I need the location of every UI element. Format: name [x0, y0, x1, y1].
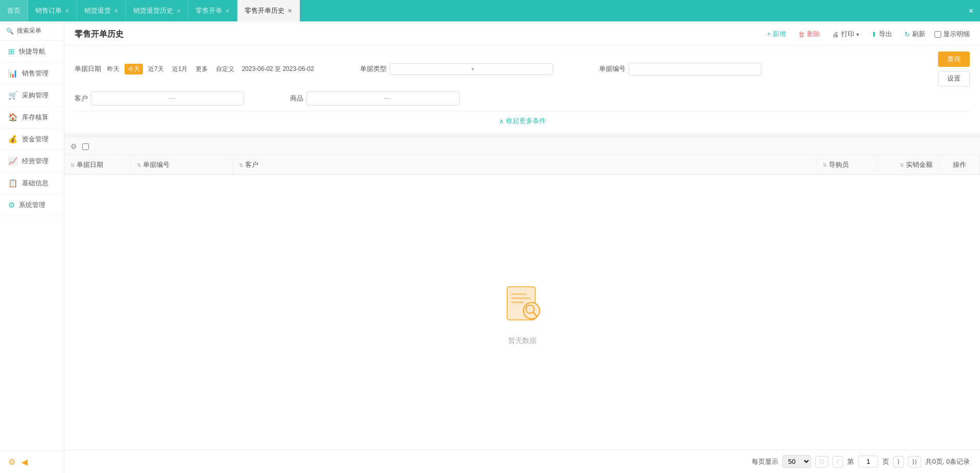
- refresh-icon: ↻: [904, 31, 910, 38]
- tab-bar: 首页 销售订单 ✕ 销货退货 ✕ 销货退货历史 ✕ 零售开单 ✕ 零售开单历史 …: [0, 0, 980, 21]
- bill-type-label: 单据类型: [360, 64, 387, 73]
- product-select[interactable]: ···: [306, 91, 460, 106]
- svg-rect-2: [511, 297, 531, 299]
- sidebar-item-operations-label: 经营管理: [22, 157, 49, 166]
- th-amount: ⇅ 实销金额: [878, 155, 939, 175]
- collapse-up-icon: ∧: [499, 117, 504, 125]
- pagination: 每页显示 50 10 20 100 ⟨⟨ ⟨ 第 页 ⟩ ⟩⟩ 共0页, 0条记…: [64, 450, 980, 473]
- search-icon: 🔍: [6, 28, 14, 35]
- shortcut-last7[interactable]: 近7天: [145, 64, 167, 74]
- collapse-filter-button[interactable]: ∧ 收起更多条件: [499, 114, 546, 128]
- content-area: 零售开单历史 + 新增 🗑 删除 🖨 打印 ▾ ⬆ 导出: [64, 21, 980, 473]
- sidebar-item-sales-mgmt[interactable]: 📊 销售管理: [0, 63, 64, 85]
- table-header: ⇅ 单据日期 ⇅ 单据编号 ⇅ 客户 ⇅ 导购员 ⇅ 实销金额: [64, 155, 980, 175]
- sort-guide-icon[interactable]: ⇅: [823, 162, 827, 168]
- export-button-label: 导出: [879, 30, 892, 39]
- shortcut-more[interactable]: 更多: [193, 64, 211, 74]
- page-title: 零售开单历史: [75, 29, 124, 40]
- sidebar-settings-icon[interactable]: ⚙: [8, 457, 15, 467]
- empty-text: 暂无数据: [508, 336, 537, 345]
- th-action: 操作: [939, 155, 980, 175]
- bill-no-filter-group: 单据编号: [599, 63, 761, 76]
- prev-page-button[interactable]: ⟨: [832, 456, 843, 467]
- customer-dots-icon[interactable]: ···: [169, 94, 240, 103]
- shortcut-today[interactable]: 今天: [125, 64, 143, 74]
- sidebar-item-inventory[interactable]: 🏠 库存核算: [0, 107, 64, 129]
- sidebar-search[interactable]: 🔍 搜索采单: [0, 21, 64, 41]
- main-layout: 🔍 搜索采单 ⊞ 快捷导航 📊 销售管理 🛒 采购管理 🏠 库存核算 💰 资金管…: [0, 21, 980, 473]
- tab-retail-open-close[interactable]: ✕: [225, 8, 230, 14]
- app-close-button[interactable]: ✕: [962, 0, 980, 21]
- per-page-select[interactable]: 50 10 20 100: [782, 455, 811, 468]
- show-detail-toggle[interactable]: 显示明细: [935, 30, 970, 39]
- shortcut-last-month[interactable]: 近1月: [169, 64, 191, 74]
- sidebar-bottom: ⚙ ◀: [0, 451, 64, 473]
- print-dropdown-icon: ▾: [856, 32, 859, 37]
- tab-sales-order-close[interactable]: ✕: [65, 8, 69, 14]
- customer-filter-group: 客户 ···: [75, 91, 244, 106]
- tab-retail-open[interactable]: 零售开单 ✕: [188, 0, 237, 21]
- sort-billno-icon[interactable]: ⇅: [137, 162, 141, 168]
- tab-sales-return-history[interactable]: 销货退货历史 ✕: [126, 0, 188, 21]
- sidebar-item-inventory-label: 库存核算: [22, 113, 49, 122]
- bill-no-input[interactable]: [629, 63, 761, 76]
- quick-nav-icon: ⊞: [8, 47, 15, 56]
- tab-sales-return-close[interactable]: ✕: [114, 8, 118, 14]
- table-settings-icon[interactable]: ⚙: [70, 142, 77, 151]
- tab-sales-order[interactable]: 销售订单 ✕: [28, 0, 77, 21]
- show-detail-checkbox[interactable]: [935, 31, 941, 38]
- add-button[interactable]: + 新增: [764, 28, 789, 41]
- bill-type-select[interactable]: ▾: [390, 63, 553, 75]
- th-customer: ⇅ 客户: [233, 155, 817, 175]
- sort-amount-icon[interactable]: ⇅: [900, 162, 904, 168]
- tab-sales-return[interactable]: 销货退货 ✕: [77, 0, 126, 21]
- sidebar-item-basics[interactable]: 📋 基础信息: [0, 172, 64, 194]
- tab-sales-return-label: 销货退货: [84, 6, 111, 15]
- collapse-label: 收起更多条件: [506, 116, 546, 126]
- tab-home-label: 首页: [7, 6, 20, 15]
- th-amount-label: 实销金额: [906, 160, 933, 169]
- print-button[interactable]: 🖨 打印 ▾: [829, 28, 862, 41]
- sort-customer-icon[interactable]: ⇅: [239, 162, 243, 168]
- tab-retail-history[interactable]: 零售开单历史 ✕: [237, 0, 300, 21]
- sidebar-item-quick-nav-label: 快捷导航: [19, 47, 45, 56]
- bill-no-label: 单据编号: [599, 64, 626, 73]
- print-button-label: 打印: [841, 30, 854, 39]
- query-button[interactable]: 查询: [938, 52, 970, 67]
- refresh-button[interactable]: ↻ 刷新: [901, 28, 928, 41]
- table-toolbar: ⚙: [64, 138, 980, 155]
- sidebar-item-system[interactable]: ⚙ 系统管理: [0, 194, 64, 216]
- tab-home[interactable]: 首页: [0, 0, 28, 21]
- sidebar-item-quick-nav[interactable]: ⊞ 快捷导航: [0, 41, 64, 63]
- last-page-button[interactable]: ⟩⟩: [908, 456, 921, 467]
- purchase-mgmt-icon: 🛒: [8, 91, 18, 100]
- export-button[interactable]: ⬆ 导出: [868, 28, 895, 41]
- select-all-checkbox[interactable]: [82, 143, 89, 150]
- sidebar-item-purchase-mgmt[interactable]: 🛒 采购管理: [0, 85, 64, 107]
- shortcut-custom[interactable]: 自定义: [213, 64, 237, 74]
- settings-button[interactable]: 设置: [938, 71, 970, 86]
- sidebar-item-sales-mgmt-label: 销售管理: [22, 69, 49, 78]
- tab-sales-return-history-close[interactable]: ✕: [176, 8, 181, 14]
- export-icon: ⬆: [871, 31, 877, 38]
- sort-date-icon[interactable]: ⇅: [70, 162, 75, 168]
- customer-select[interactable]: ···: [91, 91, 244, 106]
- date-label: 单据日期: [75, 64, 101, 73]
- current-page-input[interactable]: [858, 456, 878, 467]
- delete-button[interactable]: 🗑 删除: [795, 28, 823, 41]
- product-dots-icon[interactable]: ···: [384, 94, 455, 103]
- next-page-button[interactable]: ⟩: [893, 456, 904, 467]
- empty-state: 暂无数据: [64, 175, 980, 450]
- shortcut-yesterday[interactable]: 昨天: [104, 64, 123, 74]
- th-customer-label: 客户: [245, 160, 258, 169]
- basics-icon: 📋: [8, 179, 18, 188]
- tab-retail-history-close[interactable]: ✕: [288, 8, 292, 14]
- filter-row-1: 单据日期 昨天 今天 近7天 近1月 更多 自定义 2023-06-02 至 2…: [75, 52, 970, 86]
- sales-mgmt-icon: 📊: [8, 69, 18, 78]
- sidebar-collapse-icon[interactable]: ◀: [21, 457, 28, 467]
- product-filter-group: 商品 ···: [290, 91, 460, 106]
- sidebar-item-finance[interactable]: 💰 资金管理: [0, 129, 64, 151]
- sidebar-item-operations[interactable]: 📈 经营管理: [0, 151, 64, 172]
- total-info: 共0页, 0条记录: [925, 457, 970, 466]
- first-page-button[interactable]: ⟨⟨: [815, 456, 828, 467]
